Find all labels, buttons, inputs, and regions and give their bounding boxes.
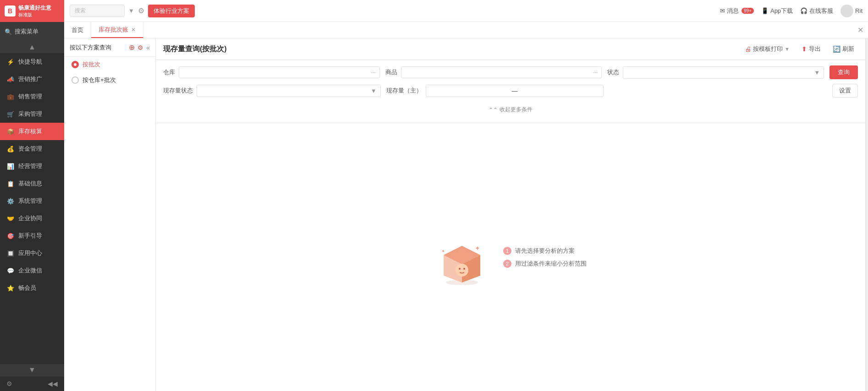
sidebar-label-sales: 销售管理: [18, 92, 42, 101]
scroll-down-btn[interactable]: ▼: [0, 364, 64, 376]
product-input[interactable]: ···: [401, 66, 602, 78]
user-profile-btn[interactable]: Rit: [841, 5, 863, 17]
sidebar-item-wechat[interactable]: 💬 企业微信: [0, 262, 64, 279]
sales-icon: 💼: [6, 92, 15, 101]
online-service-btn[interactable]: 🎧 在线客服: [800, 7, 833, 15]
messages-label: 消息: [727, 7, 739, 15]
add-scheme-icon[interactable]: ⊕: [129, 43, 135, 52]
hint-num-2-text: 2: [506, 261, 509, 266]
sidebar-label-quick-nav: 快捷导航: [18, 58, 42, 66]
settings-footer-icon[interactable]: ⚙: [6, 380, 12, 387]
sidebar-item-inventory[interactable]: 📦 库存核算: [0, 123, 64, 140]
print-template-btn[interactable]: 🖨 按模板打印 ▼: [741, 43, 793, 55]
status-select[interactable]: ▼: [623, 66, 824, 79]
inventory-status-dropdown-icon: ▼: [371, 87, 377, 94]
tab-batch-account[interactable]: 库存批次账 ✕: [91, 22, 143, 38]
content-area: 按以下方案查询 ⊕ ⚙ « 按批次 按仓库+批次: [64, 38, 868, 391]
sidebar-item-finance[interactable]: 💰 资金管理: [0, 140, 64, 157]
empty-state-content: ✦ ✦ 1 请先选择要分析的方案: [434, 230, 587, 285]
page-header: 现存量查询(按批次) 🖨 按模板打印 ▼ ⬆ 导出 🔄 刷新: [156, 38, 865, 60]
sidebar-item-apps[interactable]: 🔲 应用中心: [0, 244, 64, 262]
sidebar-item-enterprise[interactable]: 🤝 企业协同: [0, 210, 64, 227]
messages-btn[interactable]: ✉ 消息 99+: [720, 7, 754, 15]
refresh-btn[interactable]: 🔄 刷新: [829, 43, 858, 55]
collapse-sidebar-icon[interactable]: ◀◀: [48, 380, 58, 387]
sidebar-label-inventory: 库存核算: [18, 127, 42, 136]
sidebar-label-finance: 资金管理: [18, 145, 42, 153]
refresh-label: 刷新: [842, 45, 854, 53]
topbar-settings-icon[interactable]: ⚙: [138, 6, 144, 15]
topbar-left: 搜索 ▼ ⚙ 体验行业方案: [70, 5, 715, 17]
scheme-settings-icon[interactable]: ⚙: [137, 44, 143, 51]
close-all-tabs-icon[interactable]: ✕: [857, 26, 863, 34]
right-scrollbar[interactable]: [865, 38, 868, 391]
sidebar-item-system[interactable]: ⚙️ 系统管理: [0, 192, 64, 210]
search-menu-item[interactable]: 🔍 搜索菜单: [5, 26, 60, 38]
sidebar-label-system: 系统管理: [18, 197, 42, 205]
export-btn[interactable]: ⬆ 导出: [798, 43, 824, 55]
filter-row-2: 现存量状态 ▼ 现存量（主） — 设置: [163, 84, 858, 98]
print-dropdown-icon[interactable]: ▼: [785, 46, 790, 52]
logo-icon: B: [5, 5, 16, 16]
left-panel: 按以下方案查询 ⊕ ⚙ « 按批次 按仓库+批次: [64, 38, 156, 391]
query-btn[interactable]: 查询: [830, 65, 858, 79]
product-label: 商品: [385, 68, 397, 76]
settings-btn[interactable]: 设置: [832, 84, 858, 98]
empty-hints: 1 请先选择要分析的方案 2 用过滤条件来缩小分析范围: [503, 247, 587, 268]
sidebar-footer: ⚙ ◀◀: [0, 376, 64, 391]
warehouse-input[interactable]: ···: [179, 66, 380, 78]
left-panel-header: 按以下方案查询 ⊕ ⚙ «: [64, 38, 155, 57]
scheme-dot-inactive: [71, 76, 79, 84]
scheme-by-batch-label: 按批次: [82, 60, 100, 69]
user-name: Rit: [855, 7, 863, 14]
warehouse-label: 仓库: [163, 68, 175, 76]
tab-close-batch-account[interactable]: ✕: [131, 27, 136, 33]
sidebar-label-newbie: 新手引导: [18, 232, 42, 240]
scroll-up-btn[interactable]: ▲: [0, 41, 64, 53]
print-icon: 🖨: [745, 45, 751, 53]
sidebar-item-marketing[interactable]: 📣 营销推广: [0, 71, 64, 88]
collapse-panel-icon[interactable]: «: [146, 44, 150, 51]
tab-home[interactable]: 首页: [64, 22, 91, 38]
search-menu-area[interactable]: 🔍 搜索菜单: [0, 22, 64, 41]
hint-text-1: 请先选择要分析的方案: [515, 247, 575, 255]
print-template-label: 按模板打印: [753, 45, 783, 53]
scheme-by-batch[interactable]: 按批次: [64, 57, 155, 72]
inventory-qty-range[interactable]: —: [426, 85, 604, 97]
brand-name: 畅康通好生意: [18, 4, 51, 12]
inventory-status-select[interactable]: ▼: [197, 85, 381, 97]
page-title: 现存量查询(按批次): [163, 44, 227, 54]
sidebar-item-basic[interactable]: 📋 基础信息: [0, 175, 64, 192]
sidebar-item-members[interactable]: ⭐ 畅会员: [0, 279, 64, 297]
sidebar-item-quick-nav[interactable]: ⚡ 快捷导航: [0, 53, 64, 71]
scheme-panel-title: 按以下方案查询: [70, 43, 111, 52]
sidebar: B 畅康通好生意 标准版 🔍 搜索菜单 ▲ ⚡ 快捷导航 📣 营销推广 💼 销售…: [0, 0, 64, 391]
app-download-btn[interactable]: 📱 App下载: [761, 7, 793, 15]
headset-icon: 🎧: [800, 7, 808, 14]
experience-industry-btn[interactable]: 体验行业方案: [148, 5, 195, 17]
sidebar-label-apps: 应用中心: [18, 249, 42, 257]
filter-area: 仓库 ··· 商品 ··· 状态: [156, 60, 865, 123]
empty-illustration: ✦ ✦: [434, 230, 489, 285]
sidebar-item-newbie[interactable]: 🎯 新手引导: [0, 227, 64, 244]
filter-status: 状态 ▼: [607, 66, 824, 79]
sidebar-nav: ⚡ 快捷导航 📣 营销推广 💼 销售管理 🛒 采购管理 📦 库存核算 💰 资金管…: [0, 53, 64, 364]
search-menu-label: 搜索菜单: [15, 27, 38, 36]
sidebar-item-operations[interactable]: 📊 经营管理: [0, 157, 64, 175]
face-circle: [456, 264, 468, 277]
inventory-qty-value: —: [512, 87, 518, 94]
topbar-dropdown-icon[interactable]: ▼: [128, 7, 134, 14]
hint-num-1: 1: [503, 247, 511, 255]
collapse-chevron-icon: ⌃⌃: [489, 107, 498, 113]
sidebar-item-sales[interactable]: 💼 销售管理: [0, 88, 64, 105]
scheme-dot-active: [71, 61, 79, 68]
sidebar-label-purchase: 采购管理: [18, 110, 42, 118]
empty-svg: ✦ ✦: [434, 230, 489, 285]
purchase-icon: 🛒: [6, 110, 15, 118]
collapse-conditions-btn[interactable]: ⌃⌃ 收起更多条件: [163, 102, 858, 117]
scheme-by-warehouse-batch[interactable]: 按仓库+批次: [64, 72, 155, 88]
scheme-header-actions: ⊕ ⚙ «: [129, 43, 150, 52]
messages-badge: 99+: [742, 8, 754, 14]
sidebar-item-purchase[interactable]: 🛒 采购管理: [0, 105, 64, 123]
collapse-label: 收起更多条件: [500, 106, 533, 114]
